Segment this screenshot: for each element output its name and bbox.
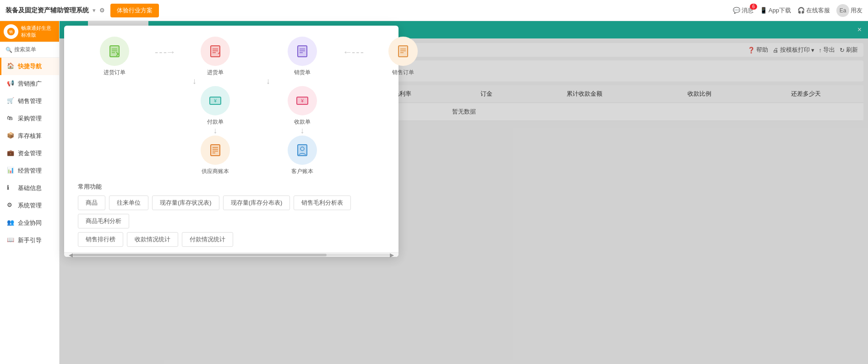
message-badge: 6 [750,4,757,10]
system-title: 装备及固定资产辅助管理系统 [5,6,89,15]
svg-text:¥: ¥ [213,98,217,103]
sidebar-item-label: 企业协同 [18,219,42,227]
online-service-label: 在线客服 [806,6,830,15]
bag-icon: 🛍 [7,114,15,123]
sale-bill-icon [288,38,317,66]
sidebar-item-newbie[interactable]: 📖 新手引导 [0,232,59,249]
arrow-down-payment: ↓ [213,126,218,136]
svg-rect-28 [211,145,220,156]
flow-node-purchase-bill[interactable]: 进货单 [179,38,252,76]
svg-rect-12 [298,46,307,57]
sidebar-item-sales[interactable]: 🛒 销售管理 [0,92,59,110]
home-icon: 🏠 [7,62,15,71]
trial-button[interactable]: 体验行业方案 [110,4,159,17]
sidebar-item-system[interactable]: ⚙ 系统管理 [0,197,59,214]
arrow-down-receipt: ↓ [300,126,305,136]
app-download-icon: 📱 [760,7,767,14]
logo-icon: 畅 [4,24,18,39]
online-service-button[interactable]: 🎧 在线客服 [797,6,830,15]
flow-node-supplier-account[interactable]: 供应商账本 [179,136,252,175]
sidebar-item-marketing[interactable]: 📢 营销推广 [0,75,59,92]
megaphone-icon: 📢 [7,80,15,88]
sidebar-item-label: 快捷导航 [18,62,42,71]
sidebar-item-finance[interactable]: 💼 资金管理 [0,145,59,162]
sidebar-item-label: 采购管理 [18,114,42,123]
func-buttons-row1: 商品 往来单位 现存量(库存状况表) 现存量(库存分布表) 销售毛利分析表 商品… [78,196,385,228]
common-funcs: 常用功能 商品 往来单位 现存量(库存状况表) 现存量(库存分布表) 销售毛利分… [78,183,385,247]
svg-text:¥: ¥ [300,98,304,103]
flow-node-customer-account[interactable]: 客户账本 [266,136,339,175]
flow-node-receipt-bill[interactable]: ¥ 收款单 [266,86,339,126]
svg-rect-17 [399,46,408,57]
svg-rect-7 [211,46,220,57]
scroll-right-arrow[interactable]: ▶ [390,252,394,258]
sale-order-icon [388,38,418,66]
page-content: ❓ 帮助 🖨 按模板打印 ▾ ↑ 导出 ↻ 刷新 [60,38,868,364]
flow-node-sale-order[interactable]: 销售订单 [366,38,440,76]
sidebar-item-label: 系统管理 [18,201,42,210]
common-funcs-title: 常用功能 [78,183,385,191]
func-btn-product[interactable]: 商品 [78,196,105,210]
sidebar-item-label: 库存核算 [18,132,42,140]
flow-node-purchase-order[interactable]: 进货订单 [78,38,151,76]
app-download-button[interactable]: 📱 App下载 [760,6,791,15]
chart-icon: 📊 [7,167,15,175]
flow-node-payment-bill[interactable]: ¥ 付款单 [179,86,252,126]
customer-account-label: 客户账本 [291,168,313,175]
scrollbar-track[interactable] [73,254,390,256]
func-btn-receipt-stat[interactable]: 收款情况统计 [127,232,178,247]
box-icon: 📦 [7,132,15,140]
supplier-account-label: 供应商账本 [202,168,229,175]
arrow-down-purchase: ↓ [192,76,197,86]
headset-icon: 🎧 [797,7,805,14]
user-menu[interactable]: Ea 用友 [836,4,863,17]
payment-bill-icon: ¥ [201,86,230,115]
func-btn-sales-rank[interactable]: 销售排行榜 [78,232,123,247]
purchase-bill-label: 进货单 [207,69,224,76]
modal-overlay[interactable]: 进货订单 - - -→ 进货单 [60,38,868,364]
sidebar-item-label: 资金管理 [18,149,42,158]
func-btn-product-profit[interactable]: 商品毛利分析 [78,214,129,228]
func-btn-stock-dist[interactable]: 现存量(库存分布表) [223,196,290,210]
app-download-label: App下载 [769,6,791,15]
payment-bill-label: 付款单 [207,118,224,126]
system-dropdown-icon[interactable]: ▾ [93,7,96,14]
message-button[interactable]: 💬 消息 6 [733,6,753,15]
func-btn-stock-status[interactable]: 现存量(库存状况表) [152,196,219,210]
sidebar-item-basic[interactable]: ℹ 基础信息 [0,179,59,197]
purchase-order-label: 进货订单 [104,69,126,76]
sidebar-item-purchase[interactable]: 🛍 采购管理 [0,110,59,127]
scroll-left-arrow[interactable]: ◀ [69,252,73,258]
sidebar-item-label: 销售管理 [18,97,42,105]
settings-icon[interactable]: ⚙ [99,7,105,14]
scrollbar-thumb[interactable] [73,254,327,256]
message-icon: 💬 [733,7,740,14]
sidebar-item-inventory[interactable]: 📦 库存核算 [0,127,59,145]
modal-scrollbar: ◀ ▶ [64,252,399,257]
sidebar-item-quick-nav[interactable]: 🏠 快捷导航 [0,58,59,75]
purchase-bill-icon [201,38,230,66]
func-btn-payment-stat[interactable]: 付款情况统计 [182,232,233,247]
team-icon: 👥 [7,219,15,227]
info-icon: ℹ [7,184,15,192]
modal-box: 进货订单 - - -→ 进货单 [64,38,399,257]
search-icon: 🔍 [5,47,12,53]
search-menu[interactable]: 🔍 搜索菜单 [0,42,59,58]
avatar: Ea [836,4,849,17]
search-label: 搜索菜单 [14,46,36,54]
svg-rect-34 [298,145,307,156]
flow-node-sale-bill[interactable]: 销货单 [266,38,339,76]
func-btn-partner[interactable]: 往来单位 [109,196,148,210]
func-btn-sales-profit[interactable]: 销售毛利分析表 [294,196,351,210]
sidebar-item-enterprise[interactable]: 👥 企业协同 [0,214,59,232]
receipt-bill-label: 收款单 [294,118,311,126]
arrow-down-sale: ↓ [266,76,270,86]
logo-area: 畅 畅康通好生意 标准版 [0,21,59,42]
svg-text:畅: 畅 [9,29,13,34]
supplier-account-icon [201,136,230,165]
logo-text: 畅康通好生意 标准版 [21,25,51,38]
sidebar-item-label: 基础信息 [18,184,42,192]
sidebar-item-operation[interactable]: 📊 经营管理 [0,162,59,179]
cart-icon: 🛒 [7,97,15,105]
wallet-icon: 💼 [7,149,15,158]
